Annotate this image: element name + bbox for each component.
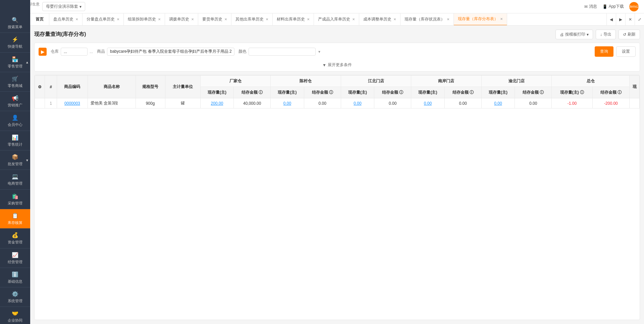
data-table-container: ⚙ # 商品编码 商品名称 规格型号 主计量单位 厂家仓 陈村仓 江北门店 南岸… (34, 75, 640, 320)
tab-product-inbound[interactable]: 产成品入库单历史 ✕ (314, 13, 359, 26)
sidebar-item-wholesale[interactable]: 📦 批发管理 ▼ (0, 150, 30, 170)
close-tab-icon[interactable]: ✕ (266, 17, 268, 21)
nav-next-button[interactable]: ▶ (616, 13, 625, 26)
app-icon: 📱 (602, 4, 607, 9)
search-toggle-button[interactable]: ▶ (39, 48, 47, 56)
goods-input[interactable] (107, 48, 234, 56)
tab-stock-status[interactable]: 现存量（库存状况表） ✕ (400, 13, 454, 26)
tab-stocktake-history[interactable]: 盘点单历史 ✕ (49, 13, 83, 26)
tab-assembly[interactable]: 组装拆卸单历史 ✕ (124, 13, 165, 26)
sidebar-item-basic-info[interactable]: ℹ️ 基础信息 (0, 268, 30, 287)
sidebar-item-ecommerce[interactable]: 💻 电商管理 (0, 170, 30, 189)
close-tab-icon[interactable]: ✕ (447, 17, 449, 21)
sidebar-item-retail-stats[interactable]: 📊 零售统计 (0, 131, 30, 150)
sidebar: 🔍 搜索英单 ⚡ 快捷导航 🏪 零售管理 ▲ 🛒 零售商城 📢 营销推广 👤 会… (0, 0, 30, 324)
col-unit: 主计量单位 (165, 76, 200, 98)
col-jiangbei-amt: 结存金额 ⓘ (374, 87, 411, 98)
sidebar-item-label: 企业协同 (8, 318, 22, 323)
print-icon: 🖨 (560, 32, 564, 37)
tab-stock-distribution[interactable]: 现存量（库存分布表） ✕ (454, 13, 507, 26)
settings-button[interactable]: 设置 (616, 46, 636, 57)
sidebar-item-member[interactable]: 👤 会员中心 (0, 111, 30, 131)
message-button[interactable]: ✉ 消息 (584, 4, 597, 9)
tab-home[interactable]: 首页 (30, 13, 49, 26)
app-download-button[interactable]: 📱 App下载 (602, 4, 624, 9)
close-tab-icon[interactable]: ✕ (307, 17, 310, 21)
dropdown-icon: ▾ (587, 32, 589, 37)
col-total-amt: 结存金额 ⓘ (592, 87, 629, 98)
close-tab-icon[interactable]: ✕ (224, 17, 227, 21)
table-scroll[interactable]: ⚙ # 商品编码 商品名称 规格型号 主计量单位 厂家仓 陈村仓 江北门店 南岸… (35, 75, 640, 320)
sidebar-item-label: 采购管理 (8, 201, 22, 205)
search-icon: 🔍 (12, 17, 18, 23)
nav-icon: ⚡ (12, 36, 18, 43)
cell-yuebei-qty: 0.00 (481, 98, 515, 108)
top-bar: 好生意 畅捷通好生意 标准版 母婴行业演示陈套 ▾ ✉ 消息 📱 App下载 d… (0, 0, 644, 13)
goods-field: 商品 (97, 48, 234, 56)
cell-settings[interactable] (35, 98, 45, 108)
sidebar-item-system[interactable]: ⚙️ 系统管理 (0, 287, 30, 307)
warehouse-input[interactable] (61, 48, 88, 56)
cell-total-amt: -200.00 (592, 98, 629, 108)
sidebar-item-label: 搜索英单 (8, 25, 22, 29)
col-group-total: 总仓 (552, 76, 630, 87)
inventory-table: ⚙ # 商品编码 商品名称 规格型号 主计量单位 厂家仓 陈村仓 江北门店 南岸… (35, 75, 640, 108)
nav-prev-button[interactable]: ◀ (606, 13, 616, 26)
sidebar-item-business[interactable]: 📈 经营管理 (0, 248, 30, 268)
sidebar-item-finance[interactable]: 💰 资金管理 (0, 229, 30, 248)
col-nanan-qty: 现存量(主) (411, 87, 444, 98)
col-settings[interactable]: ⚙ (35, 76, 45, 98)
export-button[interactable]: ↓ 导出 (596, 30, 616, 39)
warehouse-label: 仓库 (51, 49, 59, 54)
close-tab-icon[interactable]: ✕ (191, 17, 194, 21)
sidebar-item-search[interactable]: 🔍 搜索英单 (0, 13, 30, 33)
col-spec: 规格型号 (136, 76, 165, 98)
sidebar-item-nav[interactable]: ⚡ 快捷导航 (0, 33, 30, 52)
cell-jiangbei-qty: 0.00 (341, 98, 374, 108)
close-tab-icon[interactable]: ✕ (75, 17, 78, 21)
sidebar-item-inventory[interactable]: 📋 库存核算 (0, 209, 30, 229)
close-tab-icon[interactable]: ✕ (500, 17, 503, 21)
warehouse-field: 仓库 ... (51, 48, 93, 56)
expand-more-button[interactable]: ▼ 展开更多条件 (322, 62, 352, 68)
close-tab-icon[interactable]: ✕ (393, 17, 396, 21)
col-chenmu-amt: 结存金额 ⓘ (304, 87, 341, 98)
tab-material-outbound[interactable]: 材料出库单历史 ✕ (273, 13, 314, 26)
purchase-icon: 🛍️ (12, 193, 18, 199)
message-icon: ✉ (584, 4, 588, 9)
close-tab-icon[interactable]: ✕ (158, 17, 161, 21)
search-bar: ▶ 仓库 ... 商品 颜色 ▾ 查询 设置 ▼ 展开更多条件 (34, 43, 640, 72)
sidebar-item-retail-mgmt[interactable]: 🏪 零售管理 ▲ (0, 53, 30, 72)
query-button[interactable]: 查询 (595, 46, 613, 57)
cell-factory-amt: 40,000.00 (234, 98, 271, 108)
color-label: 颜色 (238, 49, 247, 54)
sidebar-item-purchase[interactable]: 🛍️ 采购管理 (0, 190, 30, 209)
close-tab-icon[interactable]: ✕ (117, 17, 119, 21)
tab-partial-stocktake[interactable]: 分量盘点单历史 ✕ (83, 13, 124, 26)
sidebar-item-label: 营销推广 (8, 103, 22, 107)
col-factory-amt: 结存金额 ⓘ (234, 87, 271, 98)
tab-cost-adjust[interactable]: 成本调整单历史 ✕ (359, 13, 400, 26)
sidebar-item-label: 基础信息 (8, 279, 22, 284)
close-tab-icon[interactable]: ✕ (352, 17, 355, 21)
nav-close-all-button[interactable]: ✕ (625, 13, 635, 26)
tab-requisition[interactable]: 要货单历史 ✕ (198, 13, 231, 26)
stats-icon: 📊 (12, 134, 18, 141)
system-icon: ⚙️ (12, 291, 18, 297)
sidebar-item-mall[interactable]: 🛒 零售商城 (0, 72, 30, 92)
avatar[interactable]: demo2 (629, 2, 639, 11)
col-group-chenmu: 陈村仓 (271, 76, 341, 87)
store-selector[interactable]: 母婴行业演示陈套 ▾ (42, 2, 85, 11)
sidebar-item-marketing[interactable]: 📢 营销推广 (0, 92, 30, 111)
print-button[interactable]: 🖨 按模板打印 ▾ (555, 30, 593, 39)
col-total-qty: 现存量(主) ⓘ (552, 87, 593, 98)
wholesale-icon: 📦 (12, 154, 18, 160)
marketing-icon: 📢 (12, 95, 18, 101)
sidebar-item-collab[interactable]: 🤝 企业协同 (0, 307, 30, 324)
tab-transfer[interactable]: 调拨单历史 ✕ (165, 13, 198, 26)
refresh-button[interactable]: ↺ 刷新 (619, 30, 640, 39)
col-factory-qty: 现存量(主) (200, 87, 233, 98)
nav-expand-button[interactable]: ⤢ (635, 13, 644, 26)
color-input[interactable] (249, 48, 316, 56)
tab-other-outbound[interactable]: 其他出库单历史 ✕ (231, 13, 273, 26)
